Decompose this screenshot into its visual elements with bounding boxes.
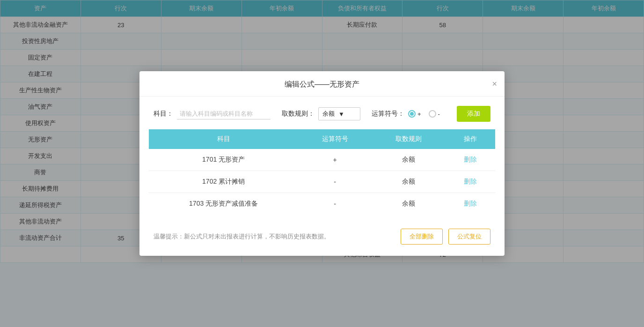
reset-formula-button[interactable]: 公式复位 (448, 229, 490, 245)
formula-operator: - (298, 171, 372, 193)
add-button[interactable]: 添加 (457, 106, 490, 122)
rule-value: 余额 (322, 110, 335, 118)
delete-row-link[interactable]: 删除 (464, 200, 477, 207)
operator-plus-radio[interactable]: + (408, 110, 421, 118)
chevron-down-icon: ▼ (338, 111, 344, 118)
rule-group: 取数规则： 余额 ▼ (282, 107, 360, 120)
table-row: 1702 累计摊销-余额删除 (149, 171, 495, 193)
footer-hint: 温馨提示：新公式只对未出报表进行计算，不影响历史报表数据。 (154, 232, 330, 241)
modal-title: 编辑公式——无形资产 (285, 80, 359, 89)
formula-table-header: 操作 (445, 129, 495, 149)
operator-label: 运算符号： (372, 110, 404, 118)
subject-group: 科目： (154, 108, 271, 119)
delete-row-link[interactable]: 删除 (464, 156, 477, 163)
radio-minus-icon (429, 110, 436, 118)
edit-formula-modal: 编辑公式——无形资产 × 科目： 取数规则： 余额 ▼ 运算符号： (139, 71, 505, 256)
formula-subject: 1703 无形资产减值准备 (149, 193, 298, 215)
modal-footer: 温馨提示：新公式只对未出报表进行计算，不影响历史报表数据。 全部删除 公式复位 (139, 222, 505, 246)
formula-rule: 余额 (372, 149, 445, 171)
formula-operator: - (298, 193, 372, 215)
formula-action: 删除 (445, 171, 495, 193)
operator-plus-label: + (417, 111, 421, 118)
formula-table-header: 运算符号 (298, 129, 372, 149)
subject-label: 科目： (154, 110, 173, 118)
modal-overlay: 编辑公式——无形资产 × 科目： 取数规则： 余额 ▼ 运算符号： (0, 0, 644, 327)
subject-input[interactable] (177, 108, 271, 119)
delete-row-link[interactable]: 删除 (464, 178, 477, 185)
formula-rule: 余额 (372, 171, 445, 193)
formula-table-header: 科目 (149, 129, 298, 149)
form-row: 科目： 取数规则： 余额 ▼ 运算符号： + (139, 97, 505, 129)
operator-radio-group: + - (408, 110, 440, 118)
rule-label: 取数规则： (282, 110, 315, 118)
radio-plus-icon (408, 110, 416, 118)
formula-rule: 余额 (372, 193, 445, 215)
operator-minus-label: - (438, 111, 440, 118)
rule-select[interactable]: 余额 ▼ (318, 107, 360, 120)
modal-close-button[interactable]: × (492, 80, 497, 88)
formula-subject: 1701 无形资产 (149, 149, 298, 171)
formula-table: 科目运算符号取数规则操作 1701 无形资产+余额删除1702 累计摊销-余额删… (149, 129, 495, 215)
operator-minus-radio[interactable]: - (429, 110, 440, 118)
page-background: 资产行次期末余额年初余额负债和所有者权益行次期末余额年初余额 其他非流动金融资产… (0, 0, 644, 327)
formula-table-wrap: 科目运算符号取数规则操作 1701 无形资产+余额删除1702 累计摊销-余额删… (139, 129, 505, 215)
table-row: 1701 无形资产+余额删除 (149, 149, 495, 171)
formula-action: 删除 (445, 193, 495, 215)
delete-all-button[interactable]: 全部删除 (401, 229, 443, 245)
formula-action: 删除 (445, 149, 495, 171)
table-row: 1703 无形资产减值准备-余额删除 (149, 193, 495, 215)
operator-group: 运算符号： + - (372, 110, 440, 118)
formula-subject: 1702 累计摊销 (149, 171, 298, 193)
modal-header: 编辑公式——无形资产 × (139, 71, 505, 97)
formula-operator: + (298, 149, 372, 171)
footer-buttons: 全部删除 公式复位 (401, 229, 490, 245)
formula-table-header: 取数规则 (372, 129, 445, 149)
